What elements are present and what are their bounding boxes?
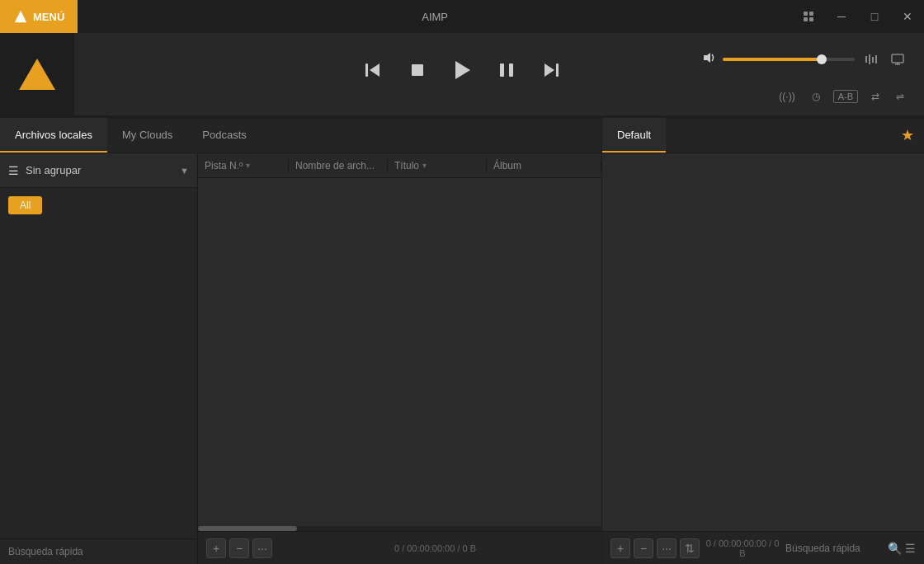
timer-button[interactable]: ◷ — [808, 89, 823, 104]
hamburger-icon[interactable]: ☰ — [8, 164, 19, 177]
col-header-title[interactable]: Título ▾ — [388, 160, 487, 172]
svg-rect-13 — [875, 55, 877, 63]
volume-control — [703, 49, 908, 69]
titlebar: MENÚ AIMP ─ □ ✕ — [0, 0, 924, 33]
sort-title-icon: ▾ — [422, 161, 427, 170]
svg-rect-11 — [869, 54, 870, 64]
svg-rect-8 — [556, 63, 559, 77]
add-playlist-button[interactable]: + — [610, 538, 630, 558]
playlist-tabs: Default ★ — [602, 119, 924, 153]
pause-button[interactable] — [492, 55, 521, 85]
volume-thumb[interactable] — [817, 54, 827, 64]
playlist-search-area: 🔍 ☰ — [785, 542, 916, 555]
col-header-filename[interactable]: Nombre de arch... — [289, 160, 388, 172]
grid-view-button[interactable] — [792, 0, 825, 33]
scrollbar-track[interactable] — [198, 526, 601, 531]
window-controls: ─ □ ✕ — [792, 0, 924, 33]
file-list: Pista N.º ▾ Nombre de arch... Título ▾ Á… — [198, 153, 601, 564]
main-area: Archivos locales My Clouds Podcasts ☰ Si… — [0, 119, 924, 564]
equalizer-icon[interactable] — [861, 49, 881, 69]
volume-icon — [703, 51, 716, 68]
svg-marker-4 — [455, 61, 470, 79]
minimize-button[interactable]: ─ — [825, 0, 858, 33]
radio-button[interactable]: ((·)) — [776, 89, 798, 104]
library-tabs: Archivos locales My Clouds Podcasts — [0, 119, 601, 153]
scrollbar-thumb[interactable] — [198, 526, 297, 531]
favorite-button[interactable]: ★ — [891, 118, 924, 153]
svg-rect-3 — [412, 64, 423, 76]
groupby-header: ☰ Sin agrupar ▼ — [0, 153, 197, 188]
ab-button[interactable]: A-B — [833, 90, 858, 103]
more-playlist-button[interactable]: ··· — [657, 538, 676, 558]
svg-marker-0 — [15, 11, 26, 22]
svg-marker-9 — [704, 53, 710, 63]
playlist-footer: + − ··· ⇅ 0 / 00:00:00:00 / 0 B 🔍 ☰ — [602, 531, 924, 564]
playlist-search-icon[interactable]: 🔍 — [888, 542, 902, 555]
svg-rect-12 — [872, 57, 874, 63]
sort-track-icon: ▾ — [246, 161, 250, 170]
tab-my-clouds[interactable]: My Clouds — [107, 118, 187, 153]
extra-controls: ((·)) ◷ A-B ⇄ ⇌ — [776, 89, 908, 104]
column-headers: Pista N.º ▾ Nombre de arch... Título ▾ Á… — [198, 153, 601, 178]
col-header-track[interactable]: Pista N.º ▾ — [198, 160, 289, 172]
svg-rect-6 — [509, 63, 513, 77]
playlist-search-input[interactable] — [785, 543, 884, 554]
playlist-tab-default[interactable]: Default — [602, 118, 666, 153]
sidebar: ☰ Sin agrupar ▼ All — [0, 153, 198, 564]
right-panel: Default ★ + − ··· ⇅ 0 / 00:00:00:00 / 0 … — [602, 119, 924, 564]
app-title: AIMP — [78, 11, 792, 23]
volume-fill — [723, 58, 822, 61]
transport-bar: ((·)) ◷ A-B ⇄ ⇌ — [0, 33, 924, 115]
svg-rect-14 — [892, 54, 903, 63]
library-area: ☰ Sin agrupar ▼ All Pista N.º ▾ — [0, 153, 601, 564]
col-header-album[interactable]: Álbum — [487, 160, 601, 172]
svg-marker-2 — [370, 63, 380, 77]
more-file-button[interactable]: ··· — [252, 538, 272, 558]
remove-playlist-button[interactable]: − — [634, 538, 653, 558]
playlist-menu-icon[interactable]: ☰ — [905, 542, 916, 555]
tab-local-files[interactable]: Archivos locales — [0, 118, 107, 153]
tab-podcasts[interactable]: Podcasts — [187, 118, 261, 153]
repeat-button[interactable]: ⇄ — [868, 89, 883, 104]
playlist-actions: + − ··· ⇅ — [610, 538, 700, 558]
dropdown-arrow-icon[interactable]: ▼ — [180, 166, 189, 176]
add-file-button[interactable]: + — [206, 538, 226, 558]
left-panel: Archivos locales My Clouds Podcasts ☰ Si… — [0, 119, 602, 564]
svg-rect-5 — [500, 63, 504, 77]
sort-playlist-button[interactable]: ⇅ — [680, 538, 700, 558]
maximize-button[interactable]: □ — [858, 0, 891, 33]
svg-rect-10 — [865, 56, 867, 63]
file-content-area — [198, 178, 601, 526]
file-footer: + − ··· 0 / 00:00:00:00 / 0 B — [198, 531, 601, 564]
display-icon[interactable] — [888, 49, 908, 69]
playlist-content-area — [602, 153, 924, 531]
svg-marker-7 — [544, 63, 554, 77]
shuffle-button[interactable]: ⇌ — [893, 89, 908, 104]
close-button[interactable]: ✕ — [891, 0, 924, 33]
sidebar-search-input[interactable] — [8, 546, 189, 557]
prev-button[interactable] — [358, 55, 388, 85]
app-logo — [19, 59, 55, 90]
remove-file-button[interactable]: − — [229, 538, 249, 558]
file-status: 0 / 00:00:00:00 / 0 B — [277, 543, 593, 553]
playlist-status: 0 / 00:00:00:00 / 0 B — [705, 538, 780, 558]
menu-label: MENÚ — [33, 11, 64, 23]
play-button[interactable] — [447, 55, 477, 85]
transport-controls — [358, 55, 566, 85]
file-actions: + − ··· — [206, 538, 272, 558]
all-button[interactable]: All — [8, 196, 42, 214]
volume-track[interactable] — [723, 58, 855, 61]
next-button[interactable] — [536, 55, 566, 85]
groupby-label: Sin agrupar — [26, 164, 173, 176]
stop-button[interactable] — [403, 55, 432, 85]
logo-area — [0, 33, 74, 115]
menu-button[interactable]: MENÚ — [0, 0, 78, 33]
svg-rect-1 — [365, 63, 368, 77]
sidebar-search-area — [0, 538, 197, 564]
